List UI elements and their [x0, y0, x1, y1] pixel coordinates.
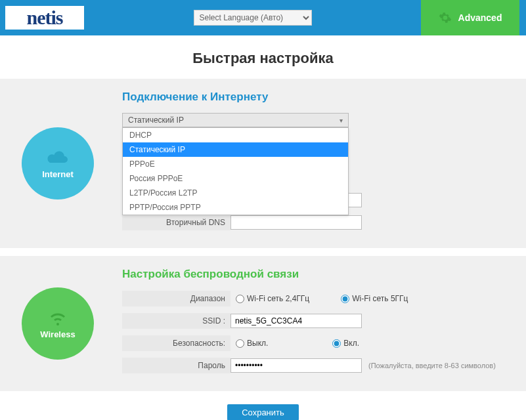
dropdown-option-ru-pppoe[interactable]: Россия PPPoE: [123, 171, 348, 186]
dropdown-option-dhcp[interactable]: DHCP: [123, 128, 348, 142]
range-24-radio[interactable]: [236, 295, 244, 303]
dropdown-option-static[interactable]: Статический IP: [123, 142, 348, 157]
ssid-input[interactable]: [230, 314, 362, 328]
language-select[interactable]: Select Language (Авто): [194, 10, 312, 26]
range-row: Диапазон Wi-Fi сеть 2,4ГГц Wi-Fi сеть 5Г…: [122, 290, 518, 307]
cloud-icon: [46, 148, 70, 167]
save-button[interactable]: Сохранить: [227, 404, 299, 420]
wireless-badge: Wireless: [22, 287, 94, 360]
dropdown-option-pppoe[interactable]: PPPoE: [123, 157, 348, 171]
security-label: Безопасность:: [122, 335, 230, 351]
page-title: Быстрая настройка: [0, 35, 526, 79]
dropdown-list: DHCP Статический IP PPPoE Россия PPPoE L…: [122, 127, 349, 215]
range-label: Диапазон: [122, 291, 230, 306]
internet-heading: Подключение к Интернету: [122, 91, 518, 104]
security-on-radio[interactable]: [332, 339, 341, 348]
chevron-down-icon: ▾: [340, 117, 343, 124]
password-hint: (Пожалуйста, введите 8-63 символов): [368, 362, 496, 369]
logo-text: netis: [27, 7, 63, 29]
security-off-option[interactable]: Выкл.: [236, 339, 268, 348]
secondary-dns-input[interactable]: [230, 215, 362, 230]
connection-type-dropdown[interactable]: Статический IP ▾ DHCP Статический IP PPP…: [122, 113, 349, 127]
range-5-radio[interactable]: [341, 295, 349, 303]
internet-badge: Internet: [22, 127, 94, 200]
gear-icon: [439, 11, 452, 24]
wireless-content: Настройка беспроводной связи Диапазон Wi…: [104, 268, 518, 379]
security-on-option[interactable]: Вкл.: [332, 339, 359, 348]
ssid-label: SSID :: [122, 313, 230, 329]
advanced-button[interactable]: Advanced: [421, 0, 519, 35]
dropdown-option-l2tp[interactable]: L2TP/Россия L2TP: [123, 186, 348, 200]
advanced-label: Advanced: [458, 12, 502, 23]
header: netis Select Language (Авто) Advanced: [0, 0, 526, 35]
dropdown-selected[interactable]: Статический IP ▾: [122, 113, 349, 127]
security-row: Безопасность: Выкл. Вкл.: [122, 335, 518, 352]
dropdown-option-pptp[interactable]: PPTP/Россия PPTP: [123, 200, 348, 215]
internet-content: Подключение к Интернету Статический IP ▾…: [104, 91, 518, 236]
save-row: Сохранить: [0, 399, 526, 420]
internet-section: Internet Подключение к Интернету Статиче…: [0, 79, 526, 248]
password-row: Пароль (Пожалуйста, введите 8-63 символо…: [122, 357, 518, 374]
header-center: Select Language (Авто): [84, 10, 421, 26]
wireless-heading: Настройка беспроводной связи: [122, 268, 518, 281]
wireless-badge-wrap: Wireless: [12, 268, 104, 379]
secondary-dns-label: Вторичный DNS: [122, 215, 230, 230]
logo: netis: [5, 6, 84, 30]
range-5-option[interactable]: Wi-Fi сеть 5ГГц: [341, 294, 408, 303]
wireless-section: Wireless Настройка беспроводной связи Ди…: [0, 256, 526, 391]
wireless-badge-label: Wireless: [40, 329, 75, 339]
range-24-option[interactable]: Wi-Fi сеть 2,4ГГц: [236, 294, 309, 303]
secondary-dns-row: Вторичный DNS: [122, 214, 518, 231]
password-label: Пароль: [122, 358, 230, 373]
password-input[interactable]: [230, 358, 362, 373]
security-off-radio[interactable]: [236, 339, 244, 348]
ssid-row: SSID :: [122, 312, 518, 329]
wifi-icon: [46, 308, 70, 327]
internet-badge-label: Internet: [42, 169, 74, 179]
internet-badge-wrap: Internet: [12, 91, 104, 236]
